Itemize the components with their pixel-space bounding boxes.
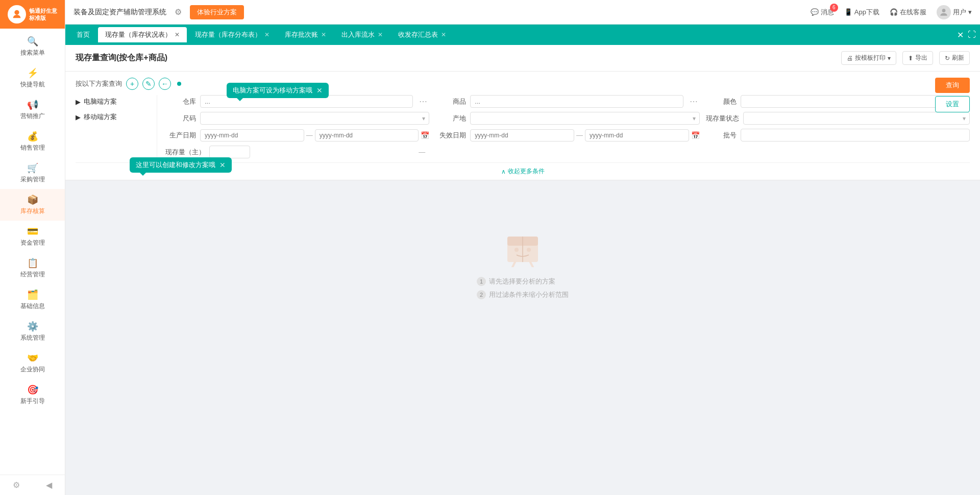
batch-input[interactable] [741,129,970,142]
filter-fields-panel: 仓库 ⋯ 商品 ⋯ [157,95,970,162]
filter-field-stock-status: 现存量状态 [706,112,970,125]
template-print-btn[interactable]: 🖨 按模板打印 ▾ [841,51,896,65]
expire-date-from[interactable] [470,129,574,142]
add-scheme-btn[interactable]: + [126,78,138,90]
sidebar-item-operation[interactable]: 📋 经营管理 [0,252,65,284]
printer-icon: 🖨 [847,55,853,62]
expire-date-to[interactable] [585,129,689,142]
sidebar-item-system[interactable]: ⚙️ 系统管理 [0,316,65,347]
stock-qty-input-wrap [209,146,410,158]
filter-field-prod-date: 生产日期 — 📅 [165,129,429,142]
refresh-btn[interactable]: ↻ 刷新 [939,51,970,65]
svg-line-8 [530,262,533,267]
warehouse-dots-btn[interactable]: ⋯ [417,97,429,106]
tab-batch-ledger[interactable]: 库存批次账 ✕ [278,27,333,42]
prod-date-from[interactable] [200,129,304,142]
page-header-actions: 🖨 按模板打印 ▾ ⬆ 导出 ↻ 刷新 [841,51,970,65]
sidebar-item-nav[interactable]: ⚡ 快捷导航 [0,62,65,94]
chevron-down-icon: ▾ [968,8,972,16]
app-download-btn[interactable]: 📱 App下载 [844,8,879,17]
step-num-1: 1 [477,277,486,286]
search-icon: 🔍 [27,36,38,47]
prod-date-label: 生产日期 [165,131,196,140]
svg-point-6 [527,248,531,252]
tab-inout-flow[interactable]: 出入库流水 ✕ [334,27,390,42]
svg-point-0 [14,10,19,15]
tab-inventory-status[interactable]: 现存量（库存状况表） ✕ [98,27,187,42]
system-name: 装备及固定资产辅助管理系统 [74,8,166,17]
sidebar-item-finance[interactable]: 💳 资金管理 [0,221,65,252]
tooltip2-close-btn[interactable]: ✕ [219,161,226,169]
chevron-right-icon-mobile: ▶ [76,113,81,121]
tab-close-batch-ledger[interactable]: ✕ [321,31,326,38]
empty-state: 1 请先选择要分析的方案 2 用过滤条件来缩小分析范围 [65,180,980,342]
stock-qty-from[interactable] [209,146,250,158]
prod-date-to[interactable] [315,129,419,142]
scheme-group-mobile-header[interactable]: ▶ 移动端方案 [76,110,151,124]
stock-qty-label: 现存量（主） [165,148,205,157]
sidebar-item-search[interactable]: 🔍 搜索菜单 [0,31,65,62]
prod-date-cal-icon[interactable]: 📅 [421,131,429,139]
goods-input[interactable] [470,95,683,108]
step-num-2: 2 [477,290,486,299]
page-header: 现存量查询(按仓库+商品) 🖨 按模板打印 ▾ ⬆ 导出 ↻ 刷新 [65,45,980,72]
tab-home[interactable]: 首页 [69,27,97,42]
goods-dots-btn[interactable]: ⋯ [688,97,700,106]
sidebar-bottom: ⚙ ◀ [0,475,65,495]
phone-icon: 📱 [844,8,852,16]
scheme-group-pc-header[interactable]: ▶ 电脑端方案 [76,95,151,108]
message-btn[interactable]: 💬 消息 6 [811,8,834,17]
header-gear-icon[interactable]: ⚙ [175,7,182,17]
tab-close-receive-summary[interactable]: ✕ [441,31,446,38]
expire-date-cal-icon[interactable]: 📅 [691,131,700,139]
stock-status-select[interactable] [743,112,970,125]
tab-close-all-icon[interactable]: ✕ [957,30,964,40]
filter-row-3: 生产日期 — 📅 失效日期 [165,129,970,142]
warehouse-label: 仓库 [165,97,196,106]
tab-fullscreen-icon[interactable]: ⛶ [968,30,976,40]
arrow-scheme-btn[interactable]: ← [159,78,171,90]
main-wrap: 装备及固定资产辅助管理系统 ⚙ 体验行业方案 💬 消息 6 📱 App下载 🎧 … [65,0,980,495]
filter-scheme-row: 按以下方案查询 + ✎ ← [76,78,970,90]
filter-row-4: 现存量（主） — [165,146,970,158]
sidebar-settings-btn[interactable]: ⚙ [13,480,20,490]
sidebar-logo-text: 畅通好生意 标准版 [29,7,57,22]
sidebar-item-guide[interactable]: 🎯 新手引导 [0,379,65,411]
export-btn[interactable]: ⬆ 导出 [902,51,933,65]
search-btn[interactable]: 查询 [935,78,970,93]
user-btn[interactable]: 用户 ▾ [937,5,972,19]
batch-label: 批号 [706,131,737,140]
sidebar-item-inventory[interactable]: 📦 库存核算 [0,189,65,221]
expire-date-label: 失效日期 [435,131,466,140]
tab-receive-summary[interactable]: 收发存汇总表 ✕ [391,27,453,42]
edit-scheme-btn[interactable]: ✎ [142,78,155,90]
handshake-icon: 🤝 [27,352,38,364]
origin-select[interactable] [470,112,699,125]
filter-field-size: 尺码 [165,112,429,125]
sidebar-item-marketing[interactable]: 📢 营销推广 [0,94,65,126]
tab-close-inventory-status[interactable]: ✕ [175,31,180,38]
logo-icon [8,5,26,23]
tooltip1-close-btn[interactable]: ✕ [316,86,323,95]
sidebar-item-sales[interactable]: 💰 销售管理 [0,126,65,157]
tab-inventory-dist[interactable]: 现存量（库存分布表） ✕ [188,27,277,42]
sidebar-item-enterprise[interactable]: 🤝 企业协同 [0,347,65,379]
filter-field-color: 颜色 [706,95,970,108]
megaphone-icon: 📢 [27,99,38,110]
size-select[interactable] [200,112,429,125]
expire-date-range: — 📅 [470,129,699,142]
reset-btn[interactable]: 设置 [935,96,970,112]
online-support-btn[interactable]: 🎧 在线客服 [890,8,926,17]
tab-close-inout-flow[interactable]: ✕ [378,31,383,38]
filter-main-area: ▶ 电脑端方案 ▶ 移动端方案 [76,95,970,162]
empty-step-2: 2 用过滤条件来缩小分析范围 [477,288,569,301]
filter-scheme-panel: ▶ 电脑端方案 ▶ 移动端方案 [76,95,157,162]
sidebar-item-purchase[interactable]: 🛒 采购管理 [0,157,65,189]
trial-btn[interactable]: 体验行业方案 [190,5,244,19]
stock-status-label: 现存量状态 [706,114,739,123]
sidebar-item-basic[interactable]: 🗂️ 基础信息 [0,284,65,316]
batch-input-wrap [741,129,970,142]
tab-close-inventory-dist[interactable]: ✕ [264,31,270,38]
sidebar-collapse-btn[interactable]: ◀ [46,480,52,490]
filter-btn-area: 查询 设置 [935,78,970,112]
